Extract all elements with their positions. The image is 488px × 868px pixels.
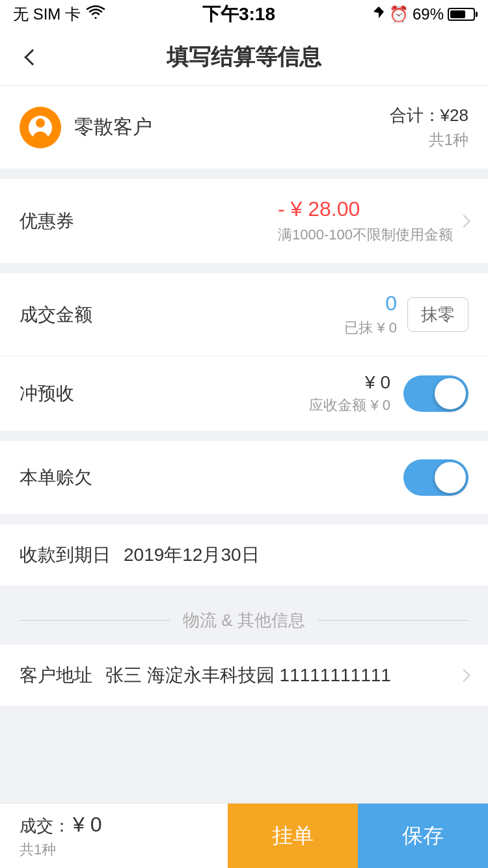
back-button[interactable] [18, 43, 47, 72]
toggle-knob [435, 378, 466, 409]
customer-total: 合计：¥28 共1种 [390, 104, 468, 150]
battery-icon [448, 8, 475, 21]
coupon-label: 优惠券 [20, 209, 74, 234]
avatar [20, 107, 61, 148]
total-count: 共1种 [390, 129, 468, 150]
avatar-icon [29, 116, 52, 139]
total-amount: 合计：¥28 [390, 104, 468, 127]
customer-section: 零散客户 合计：¥28 共1种 [0, 86, 488, 169]
save-button-label: 保存 [402, 822, 444, 850]
location-icon [372, 5, 385, 23]
address-label: 客户地址 [20, 663, 92, 688]
logistics-divider: 物流 & 其他信息 [0, 596, 488, 645]
address-value: 张三 海淀永丰科技园 11111111111 [105, 663, 391, 688]
bottom-bar: 成交： ¥ 0 共1种 挂单 保存 [0, 803, 488, 868]
duedate-value: 2019年12月30日 [124, 543, 260, 567]
save-button[interactable]: 保存 [358, 804, 488, 868]
address-row: 客户地址 张三 海淀永丰科技园 11111111111 [20, 663, 468, 688]
prepay-toggle[interactable] [403, 375, 468, 412]
hang-button[interactable]: 挂单 [228, 804, 358, 868]
wifi-icon [86, 5, 105, 23]
transaction-sub: 已抹 ¥ 0 [344, 318, 397, 338]
transaction-row: 成交金额 0 已抹 ¥ 0 抹零 [0, 273, 488, 357]
transaction-value-col: 0 已抹 ¥ 0 [344, 292, 397, 338]
bottom-amount-row: 成交： ¥ 0 [20, 813, 208, 837]
battery-percent: 69% [413, 5, 444, 23]
credit-toggle[interactable] [403, 459, 468, 496]
coupon-section[interactable]: 优惠券 - ¥ 28.00 满1000-100不限制使用金额 [0, 179, 488, 263]
transaction-label: 成交金额 [20, 303, 92, 327]
transaction-value: 0 [344, 292, 397, 316]
alarm-icon: ⏰ [389, 5, 409, 23]
coupon-discount: - ¥ 28.00 [278, 197, 453, 221]
prepay-row: 冲预收 ¥ 0 应收金额 ¥ 0 [0, 357, 488, 431]
bottom-count: 共1种 [20, 840, 208, 860]
address-left: 客户地址 张三 海淀永丰科技园 11111111111 [20, 663, 391, 688]
coupon-right: - ¥ 28.00 满1000-100不限制使用金额 [278, 197, 468, 245]
status-time: 下午3:18 [202, 2, 275, 27]
status-bar: 无 SIM 卡 下午3:18 ⏰ 69% [0, 0, 488, 29]
duedate-label: 收款到期日 [20, 543, 111, 567]
logistics-label: 物流 & 其他信息 [183, 609, 305, 632]
status-right: ⏰ 69% [372, 5, 475, 23]
transaction-right: 0 已抹 ¥ 0 抹零 [344, 292, 468, 338]
coupon-row: 优惠券 - ¥ 28.00 满1000-100不限制使用金额 [20, 197, 468, 245]
round-button[interactable]: 抹零 [407, 297, 468, 332]
customer-left: 零散客户 [20, 107, 152, 148]
nav-bar: 填写结算等信息 [0, 29, 488, 86]
page-title: 填写结算等信息 [167, 42, 321, 72]
prepay-sub: 应收金额 ¥ 0 [309, 396, 390, 415]
coupon-desc: 满1000-100不限制使用金额 [278, 225, 453, 245]
credit-section: 本单赊欠 [0, 441, 488, 514]
chevron-right-icon [457, 215, 470, 228]
customer-name: 零散客户 [74, 114, 152, 141]
bottom-amount: ¥ 0 [73, 813, 102, 837]
bottom-amount-label: 成交： [20, 815, 70, 837]
sim-signal: 无 SIM 卡 [13, 4, 81, 25]
bottom-spacer [0, 716, 488, 792]
address-chevron-icon [457, 669, 470, 682]
duedate-section: 收款到期日 2019年12月30日 [0, 524, 488, 586]
status-left: 无 SIM 卡 [13, 4, 105, 25]
logistics-line: 物流 & 其他信息 [20, 609, 468, 632]
credit-toggle-knob [435, 462, 466, 493]
prepay-right: ¥ 0 应收金额 ¥ 0 [309, 372, 468, 415]
transaction-section: 成交金额 0 已抹 ¥ 0 抹零 冲预收 ¥ 0 应收金额 ¥ 0 [0, 273, 488, 431]
address-section[interactable]: 客户地址 张三 海淀永丰科技园 11111111111 [0, 645, 488, 706]
divider-line-right [318, 620, 468, 621]
back-arrow-icon [24, 49, 40, 65]
coupon-value-col: - ¥ 28.00 满1000-100不限制使用金额 [278, 197, 453, 245]
prepay-amount: ¥ 0 [309, 372, 390, 393]
bottom-info: 成交： ¥ 0 共1种 [0, 804, 228, 868]
divider-line-left [20, 620, 170, 621]
credit-label: 本单赊欠 [20, 465, 92, 490]
hang-button-label: 挂单 [272, 822, 314, 850]
prepay-label: 冲预收 [20, 381, 74, 406]
prepay-values: ¥ 0 应收金额 ¥ 0 [309, 372, 390, 415]
duedate-row: 收款到期日 2019年12月30日 [20, 543, 468, 567]
